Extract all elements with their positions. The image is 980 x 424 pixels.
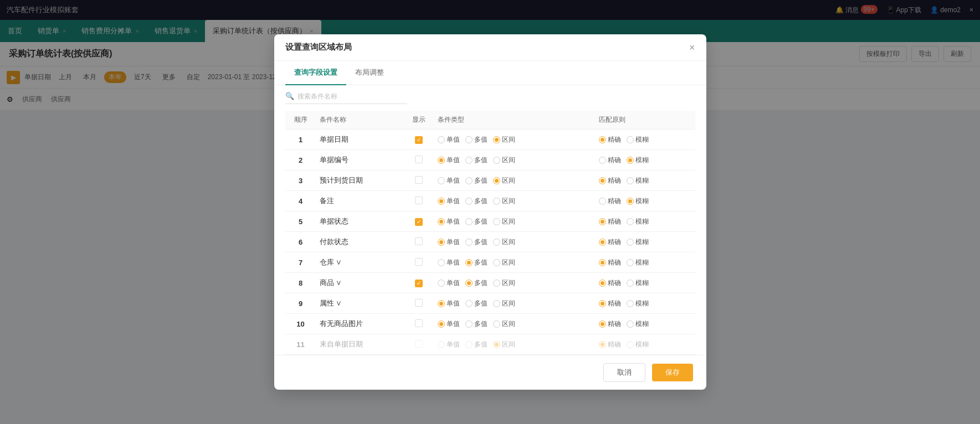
match-radio-精确-2[interactable]: 精确 <box>599 176 621 185</box>
match-radio-模糊-5[interactable]: 模糊 <box>627 237 649 247</box>
row-show-8[interactable] <box>403 293 434 314</box>
type-radio-区间-1[interactable]: 区间 <box>493 156 515 165</box>
type-radio-区间-5[interactable]: 区间 <box>493 237 515 247</box>
match-radio-模糊-0[interactable]: 模糊 <box>627 135 649 144</box>
radio-circle-4 <box>438 218 445 225</box>
radio-circle-5 <box>438 239 445 246</box>
type-radio-区间-8[interactable]: 区间 <box>493 299 515 308</box>
show-checkbox-0[interactable] <box>415 136 423 144</box>
match-radio-模糊-4[interactable]: 模糊 <box>627 217 649 226</box>
match-radio-精确-6[interactable]: 精确 <box>599 258 621 267</box>
row-show-9[interactable] <box>403 314 434 334</box>
row-show-2[interactable] <box>403 170 434 191</box>
modal-footer: 取消 保存 <box>274 355 706 390</box>
match-radio-模糊-9[interactable]: 模糊 <box>627 319 649 329</box>
show-checkbox-8[interactable] <box>415 299 423 307</box>
match-radio-精确-1[interactable]: 精确 <box>599 156 621 165</box>
type-radio-单值-9[interactable]: 单值 <box>438 319 460 329</box>
row-name-4: 单据状态 <box>316 211 403 232</box>
type-radio-单值-0[interactable]: 单值 <box>438 135 460 144</box>
row-show-5[interactable] <box>403 232 434 252</box>
type-radio-多值-8[interactable]: 多值 <box>465 299 488 308</box>
match-circle-4 <box>627 218 634 225</box>
show-checkbox-3[interactable] <box>415 197 423 204</box>
row-show-10[interactable] <box>403 334 434 355</box>
cancel-button[interactable]: 取消 <box>603 363 645 382</box>
tab-query-fields[interactable]: 查询字段设置 <box>285 61 346 85</box>
type-radio-区间-7[interactable]: 区间 <box>493 278 515 288</box>
type-radio-多值-5[interactable]: 多值 <box>465 237 488 247</box>
match-circle-10 <box>627 341 634 348</box>
type-radio-多值-2[interactable]: 多值 <box>465 176 488 185</box>
show-checkbox-1[interactable] <box>415 156 423 163</box>
type-radio-单值-8[interactable]: 单值 <box>438 299 460 308</box>
type-radio-单值-10[interactable]: 单值 <box>438 340 460 349</box>
radio-circle-5 <box>493 239 500 246</box>
row-show-7[interactable] <box>403 273 434 293</box>
type-radio-多值-6[interactable]: 多值 <box>465 258 488 267</box>
match-radio-模糊-1[interactable]: 模糊 <box>627 156 649 165</box>
show-checkbox-2[interactable] <box>415 176 423 184</box>
type-radio-区间-0[interactable]: 区间 <box>493 135 515 144</box>
modal-title: 设置查询区域布局 <box>285 42 352 53</box>
match-circle-0 <box>627 136 634 143</box>
type-radio-单值-2[interactable]: 单值 <box>438 176 460 185</box>
type-radio-区间-10[interactable]: 区间 <box>493 340 515 349</box>
row-show-0[interactable] <box>403 130 434 150</box>
show-checkbox-5[interactable] <box>415 237 423 245</box>
match-radio-精确-8[interactable]: 精确 <box>599 299 621 308</box>
type-radio-单值-5[interactable]: 单值 <box>438 237 460 247</box>
match-radio-精确-0[interactable]: 精确 <box>599 135 621 144</box>
match-radio-精确-3[interactable]: 精确 <box>599 197 621 206</box>
type-radio-区间-6[interactable]: 区间 <box>493 258 515 267</box>
match-radio-精确-9[interactable]: 精确 <box>599 319 621 329</box>
type-radio-多值-3[interactable]: 多值 <box>465 197 488 206</box>
match-radio-模糊-7[interactable]: 模糊 <box>627 278 649 288</box>
match-radio-精确-4[interactable]: 精确 <box>599 217 621 226</box>
match-radio-精确-5[interactable]: 精确 <box>599 237 621 247</box>
type-radio-单值-6[interactable]: 单值 <box>438 258 460 267</box>
match-radio-模糊-2[interactable]: 模糊 <box>627 176 649 185</box>
match-radio-模糊-10[interactable]: 模糊 <box>627 340 649 349</box>
row-show-3[interactable] <box>403 191 434 211</box>
tab-layout-adjust[interactable]: 布局调整 <box>346 61 393 85</box>
match-radio-精确-10[interactable]: 精确 <box>599 340 621 349</box>
type-radio-单值-1[interactable]: 单值 <box>438 156 460 165</box>
row-show-4[interactable] <box>403 211 434 232</box>
radio-circle-10 <box>438 341 445 348</box>
type-radio-区间-2[interactable]: 区间 <box>493 176 515 185</box>
save-button[interactable]: 保存 <box>652 364 693 381</box>
match-radio-模糊-3[interactable]: 模糊 <box>627 197 649 206</box>
match-circle-1 <box>627 157 634 164</box>
match-radio-模糊-8[interactable]: 模糊 <box>627 299 649 308</box>
row-match-8: 精确模糊 <box>596 293 695 314</box>
type-radio-多值-1[interactable]: 多值 <box>465 156 488 165</box>
type-radio-区间-3[interactable]: 区间 <box>493 197 515 206</box>
search-input[interactable] <box>297 92 397 100</box>
show-checkbox-4[interactable] <box>415 218 423 226</box>
modal-close-button[interactable]: × <box>689 43 695 53</box>
row-show-1[interactable] <box>403 150 434 170</box>
radio-circle-3 <box>493 198 500 205</box>
show-checkbox-9[interactable] <box>415 319 423 327</box>
type-radio-区间-4[interactable]: 区间 <box>493 217 515 226</box>
show-checkbox-10[interactable] <box>415 340 423 348</box>
tab-query-fields-label: 查询字段设置 <box>294 68 337 76</box>
type-radio-多值-10[interactable]: 多值 <box>465 340 488 349</box>
match-radio-模糊-6[interactable]: 模糊 <box>627 258 649 267</box>
radio-circle-0 <box>465 136 473 143</box>
type-radio-多值-7[interactable]: 多值 <box>465 278 488 288</box>
show-checkbox-7[interactable] <box>415 280 423 287</box>
type-radio-多值-0[interactable]: 多值 <box>465 135 488 144</box>
type-radio-单值-7[interactable]: 单值 <box>438 278 460 288</box>
match-radio-精确-7[interactable]: 精确 <box>599 278 621 288</box>
type-radio-单值-3[interactable]: 单值 <box>438 197 460 206</box>
show-checkbox-6[interactable] <box>415 258 423 266</box>
type-radio-多值-4[interactable]: 多值 <box>465 217 488 226</box>
conditions-table: 顺序 条件名称 显示 条件类型 匹配原则 1单据日期单值多值区间精确模糊2单据编… <box>285 111 695 355</box>
row-show-6[interactable] <box>403 252 434 273</box>
type-radio-多值-9[interactable]: 多值 <box>465 319 488 329</box>
type-radio-区间-9[interactable]: 区间 <box>493 319 515 329</box>
modal-search-area: 🔍 <box>274 85 706 111</box>
type-radio-单值-4[interactable]: 单值 <box>438 217 460 226</box>
